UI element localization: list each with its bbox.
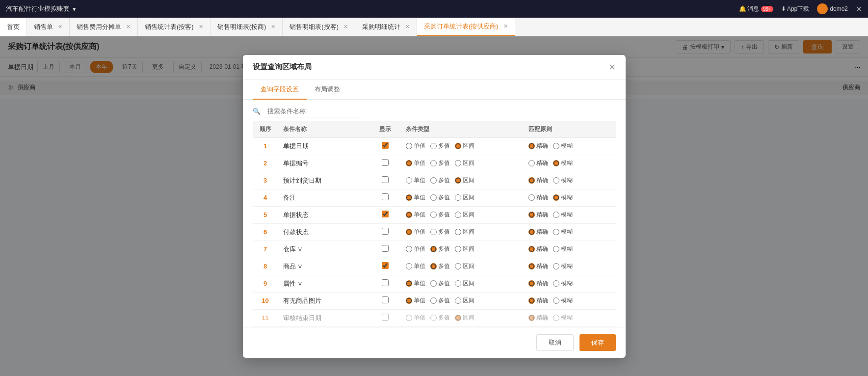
type-radio-label[interactable]: 区间	[455, 142, 474, 150]
match-radio[interactable]	[553, 194, 559, 201]
cancel-button[interactable]: 取消	[536, 334, 574, 351]
match-radio[interactable]	[528, 315, 535, 321]
cell-display[interactable]	[370, 275, 401, 292]
match-radio[interactable]	[553, 143, 559, 149]
match-radio-label[interactable]: 精确	[528, 262, 548, 270]
match-radio-label[interactable]: 模糊	[553, 211, 573, 219]
match-radio[interactable]	[553, 315, 559, 321]
type-radio-label[interactable]: 多值	[430, 176, 450, 185]
match-radio-label[interactable]: 精确	[528, 279, 548, 288]
type-radio[interactable]	[406, 280, 412, 287]
type-radio-label[interactable]: 单值	[406, 314, 425, 322]
tab-sales-detail-customer-close[interactable]: ✕	[343, 24, 348, 30]
type-radio-label[interactable]: 多值	[430, 314, 450, 322]
type-radio-label[interactable]: 多值	[430, 245, 450, 253]
type-radio[interactable]	[406, 212, 412, 218]
match-radio-label[interactable]: 精确	[528, 296, 548, 305]
type-radio-label[interactable]: 单值	[406, 245, 425, 253]
display-checkbox[interactable]	[382, 193, 389, 200]
type-radio-label[interactable]: 区间	[455, 262, 474, 270]
type-radio-label[interactable]: 区间	[455, 159, 474, 167]
notification-item[interactable]: 🔔 消息 99+	[739, 5, 773, 13]
match-radio[interactable]	[553, 263, 559, 269]
match-radio-label[interactable]: 精确	[528, 193, 548, 202]
match-radio[interactable]	[553, 246, 559, 252]
cell-display[interactable]	[370, 258, 401, 275]
match-radio-label[interactable]: 精确	[528, 142, 548, 150]
match-radio-label[interactable]: 精确	[528, 176, 548, 185]
tab-sales-detail-goods[interactable]: 销售明细表(按商) ✕	[210, 18, 283, 36]
tab-purchase-detail-close[interactable]: ✕	[405, 24, 410, 30]
type-radio-label[interactable]: 多值	[430, 262, 450, 270]
type-radio-label[interactable]: 单值	[406, 159, 425, 167]
match-radio[interactable]	[528, 229, 535, 235]
type-radio[interactable]	[406, 177, 412, 184]
cell-display[interactable]	[370, 172, 401, 189]
type-radio-label[interactable]: 区间	[455, 296, 474, 305]
type-radio[interactable]	[430, 177, 437, 184]
type-radio-label[interactable]: 单值	[406, 296, 425, 305]
type-radio-label[interactable]: 单值	[406, 228, 425, 236]
match-radio[interactable]	[553, 229, 559, 235]
save-button[interactable]: 保存	[579, 334, 616, 351]
cell-display[interactable]	[370, 292, 401, 309]
type-radio[interactable]	[430, 160, 437, 166]
type-radio[interactable]	[455, 229, 461, 235]
type-radio-label[interactable]: 区间	[455, 228, 474, 236]
type-radio-label[interactable]: 多值	[430, 142, 450, 150]
match-radio-label[interactable]: 模糊	[553, 279, 573, 288]
display-checkbox[interactable]	[382, 314, 389, 321]
type-radio-label[interactable]: 多值	[430, 296, 450, 305]
type-radio-label[interactable]: 多值	[430, 159, 450, 167]
match-radio[interactable]	[528, 194, 535, 201]
type-radio[interactable]	[455, 263, 461, 269]
app-download-item[interactable]: ⬇ App下载	[781, 5, 809, 13]
search-input[interactable]	[263, 106, 362, 117]
type-radio[interactable]	[406, 194, 412, 201]
tab-purchase-order[interactable]: 采购订单统计表(按供应商) ✕	[417, 18, 515, 36]
type-radio-label[interactable]: 单值	[406, 279, 425, 288]
match-radio-label[interactable]: 模糊	[553, 314, 573, 322]
cell-display[interactable]	[370, 155, 401, 172]
type-radio[interactable]	[430, 229, 437, 235]
type-radio[interactable]	[430, 212, 437, 218]
type-radio[interactable]	[406, 229, 412, 235]
match-radio[interactable]	[528, 160, 535, 166]
match-radio[interactable]	[528, 177, 535, 184]
modal-tab-layout[interactable]: 布局调整	[307, 80, 348, 100]
type-radio-label[interactable]: 单值	[406, 142, 425, 150]
match-radio-label[interactable]: 精确	[528, 159, 548, 167]
display-checkbox[interactable]	[382, 279, 389, 286]
type-radio[interactable]	[406, 246, 412, 252]
type-radio-label[interactable]: 多值	[430, 211, 450, 219]
type-radio[interactable]	[455, 160, 461, 166]
cell-display[interactable]	[370, 189, 401, 206]
match-radio[interactable]	[553, 280, 559, 287]
type-radio[interactable]	[430, 194, 437, 201]
display-checkbox[interactable]	[382, 296, 389, 303]
type-radio-label[interactable]: 区间	[455, 193, 474, 202]
display-checkbox[interactable]	[382, 211, 389, 217]
modal-tab-query-fields[interactable]: 查询字段设置	[253, 80, 307, 100]
match-radio-label[interactable]: 模糊	[553, 142, 573, 150]
match-radio[interactable]	[553, 212, 559, 218]
display-checkbox[interactable]	[382, 159, 389, 166]
tab-sales-order[interactable]: 销售单 ✕	[27, 18, 70, 36]
match-radio[interactable]	[553, 177, 559, 184]
display-checkbox[interactable]	[382, 245, 389, 252]
tab-sales-expense[interactable]: 销售费用分摊单 ✕	[70, 18, 138, 36]
cell-display[interactable]	[370, 223, 401, 241]
match-radio-label[interactable]: 精确	[528, 228, 548, 236]
match-radio[interactable]	[528, 246, 535, 252]
match-radio[interactable]	[528, 263, 535, 269]
type-radio[interactable]	[455, 194, 461, 201]
display-checkbox[interactable]	[382, 176, 389, 183]
match-radio-label[interactable]: 模糊	[553, 159, 573, 167]
tab-purchase-order-close[interactable]: ✕	[503, 23, 508, 29]
type-radio-label[interactable]: 单值	[406, 262, 425, 270]
type-radio-label[interactable]: 区间	[455, 176, 474, 185]
type-radio-label[interactable]: 单值	[406, 193, 425, 202]
tab-sales-expense-close[interactable]: ✕	[126, 24, 131, 30]
type-radio[interactable]	[455, 315, 461, 321]
type-radio-label[interactable]: 区间	[455, 211, 474, 219]
